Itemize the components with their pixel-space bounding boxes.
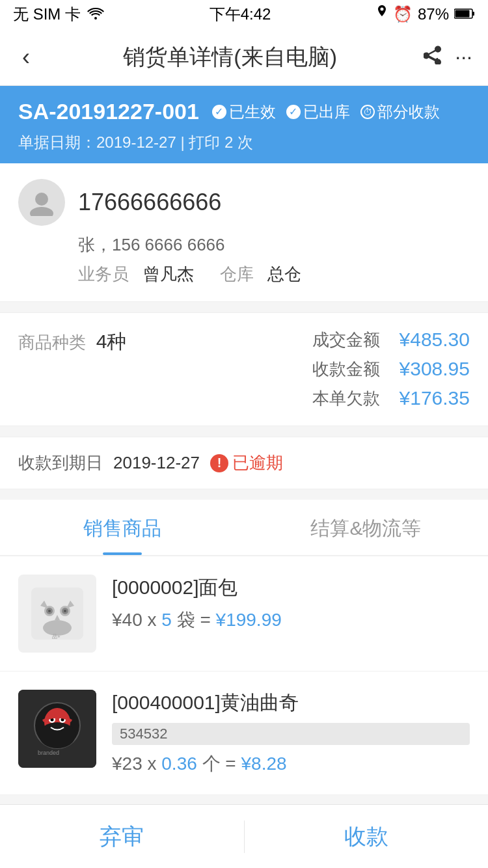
svg-text:品+: 品+ (52, 634, 61, 640)
clock-icon: ⏱ (360, 105, 375, 119)
summary-left: 商品种类 4种 (18, 329, 126, 355)
overdue-badge: ! 已逾期 (210, 452, 283, 474)
svg-point-10 (48, 610, 51, 612)
product-1-info: [0000002]面包 ¥40 x 5 袋 = ¥199.99 (112, 575, 470, 632)
products-section: 品+ [0000002]面包 ¥40 x 5 袋 = ¥199.99 (0, 556, 488, 795)
product-2-qty: 0.36 (161, 753, 197, 774)
due-label: 收款到期日 (18, 452, 103, 474)
svg-rect-2 (455, 10, 470, 18)
alarm-icon: ⏰ (393, 5, 413, 23)
svg-point-20 (39, 722, 75, 748)
overdue-text: 已逾期 (232, 452, 283, 474)
check-icon-2: ✓ (286, 105, 301, 119)
order-header-banner: SA-20191227-001 ✓ 已生效 ✓ 已出库 ⏱ 部分收款 单据日期：… (0, 86, 488, 163)
check-icon: ✓ (212, 105, 226, 119)
debt-amount: ¥176.35 (400, 387, 470, 410)
svg-point-11 (64, 610, 66, 612)
product-item: 品+ [0000002]面包 ¥40 x 5 袋 = ¥199.99 (0, 556, 488, 671)
bottom-bar: 弃审 收款 (0, 804, 488, 868)
confirm-button[interactable]: 收款 (245, 809, 489, 865)
cancel-button[interactable]: 弃审 (0, 809, 244, 865)
payment-amount: ¥308.95 (400, 358, 470, 381)
nav-actions: ··· (424, 45, 472, 70)
due-date-value: 2019-12-27 (113, 453, 200, 473)
product-thumb-2: branded (18, 690, 96, 768)
debt-amount-row: 本单欠款 ¥176.35 (312, 387, 470, 410)
due-date-section: 收款到期日 2019-12-27 ! 已逾期 (0, 437, 488, 489)
wifi-icon (87, 5, 104, 23)
product-1-total: ¥199.99 (216, 610, 282, 630)
summary-grid: 商品种类 4种 成交金额 ¥485.30 收款金额 ¥308.95 本单欠款 ¥… (18, 329, 470, 410)
product-2-total: ¥8.28 (241, 753, 286, 774)
customer-info: 张，156 6666 6666 (18, 234, 470, 256)
product-2-sku: 534532 (112, 723, 470, 745)
product-1-qty: 5 (161, 610, 172, 630)
customer-section: 17666666666 张，156 6666 6666 业务员 曾凡杰 仓库 总… (0, 163, 488, 302)
product-2-price: ¥23 x 0.36 个 = ¥8.28 (112, 752, 470, 776)
payment-amount-row: 收款金额 ¥308.95 (312, 358, 470, 381)
product-item-2: branded [000400001]黄油曲奇 534532 ¥23 x 0.3… (0, 671, 488, 795)
tabs-section: 销售商品 结算&物流等 (0, 500, 488, 556)
page-title: 销货单详情(来自电脑) (36, 42, 424, 72)
location-icon (376, 5, 388, 23)
type-label: 商品种类 (18, 332, 86, 352)
product-1-name: [0000002]面包 (112, 575, 470, 601)
product-thumb-1: 品+ (18, 575, 96, 653)
customer-row: 17666666666 (18, 179, 470, 226)
payment-label: 收款金额 (312, 358, 380, 381)
customer-meta: 业务员 曾凡杰 仓库 总仓 (18, 263, 470, 286)
status-time: 下午4:42 (210, 4, 271, 25)
debt-label: 本单欠款 (312, 387, 380, 410)
type-count: 4种 (96, 329, 127, 355)
badge-effective: ✓ 已生效 (212, 102, 276, 122)
warehouse-label: 仓库 (220, 264, 254, 284)
nav-bar: ‹ 销货单详情(来自电脑) ··· (0, 29, 488, 86)
order-id: SA-20191227-001 (18, 99, 199, 124)
battery-label: 87% (418, 5, 449, 23)
svg-point-4 (30, 207, 53, 216)
salesperson-value: 曾凡杰 (143, 264, 194, 284)
summary-section: 商品种类 4种 成交金额 ¥485.30 收款金额 ¥308.95 本单欠款 ¥… (0, 312, 488, 426)
badge-partial-payment: ⏱ 部分收款 (360, 102, 440, 122)
carrier-label: 无 SIM 卡 (13, 4, 81, 25)
svg-rect-1 (472, 12, 474, 16)
badge-shipped: ✓ 已出库 (286, 102, 350, 122)
warehouse-value: 总仓 (267, 264, 301, 284)
tab-sales-products[interactable]: 销售商品 (0, 500, 244, 555)
more-icon[interactable]: ··· (455, 45, 472, 69)
salesperson-label: 业务员 (78, 264, 129, 284)
svg-point-3 (35, 193, 48, 206)
svg-text:branded: branded (38, 750, 59, 756)
product-1-price: ¥40 x 5 袋 = ¥199.99 (112, 608, 470, 632)
summary-right: 成交金额 ¥485.30 收款金额 ¥308.95 本单欠款 ¥176.35 (312, 329, 470, 410)
customer-name: 17666666666 (78, 189, 221, 216)
back-button[interactable]: ‹ (16, 37, 36, 77)
battery-icon (454, 5, 475, 23)
status-bar: 无 SIM 卡 下午4:42 ⏰ 87% (0, 0, 488, 29)
tab-settlement-logistics[interactable]: 结算&物流等 (244, 500, 488, 555)
share-icon[interactable] (424, 45, 442, 70)
deal-label: 成交金额 (312, 329, 380, 351)
status-right: ⏰ 87% (376, 5, 475, 23)
product-2-info: [000400001]黄油曲奇 534532 ¥23 x 0.36 个 = ¥8… (112, 690, 470, 776)
deal-amount: ¥485.30 (400, 329, 470, 351)
product-2-name: [000400001]黄油曲奇 (112, 690, 470, 716)
overdue-icon: ! (210, 454, 228, 472)
order-doc-date: 单据日期：2019-12-27 | 打印 2 次 (18, 132, 470, 153)
status-left: 无 SIM 卡 (13, 4, 104, 25)
avatar (18, 179, 65, 226)
order-status-badges: ✓ 已生效 ✓ 已出库 ⏱ 部分收款 (212, 102, 440, 122)
deal-amount-row: 成交金额 ¥485.30 (312, 329, 470, 351)
